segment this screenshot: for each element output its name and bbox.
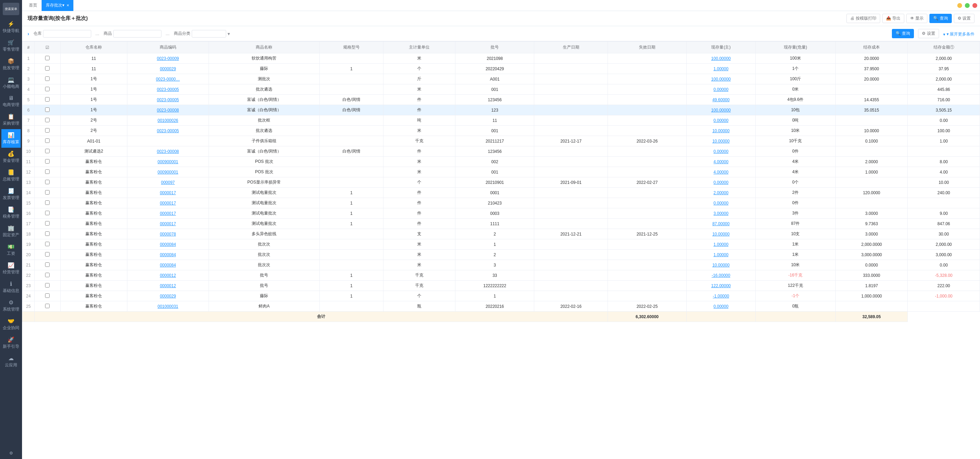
sidebar-item-总账管理[interactable]: 📒总账管理	[2, 166, 21, 185]
cell-check-24[interactable]	[35, 301, 60, 312]
row-checkbox-3[interactable]	[45, 87, 49, 91]
table-row[interactable]: 11赢客粉仓000900001POS 批次米0024.000004米2.0000…	[22, 157, 980, 167]
cell-check-8[interactable]	[35, 136, 60, 147]
table-row[interactable]: 18赢客粉仓0000078多头异色蚊线支22021-12-212021-12-2…	[22, 229, 980, 239]
table-row[interactable]: 82号0023-00005批次遴选米00110.0000010米10.00001…	[22, 126, 980, 136]
cell-check-15[interactable]	[35, 208, 60, 219]
row-checkbox-0[interactable]	[45, 56, 49, 60]
link-qty_main-2[interactable]: 100.00000	[711, 77, 731, 81]
link-code-1[interactable]: 0000029	[160, 67, 176, 71]
row-checkbox-5[interactable]	[45, 107, 49, 112]
cell-check-6[interactable]	[35, 115, 60, 126]
query-button[interactable]: 🔍 查询	[892, 29, 914, 38]
row-checkbox-15[interactable]	[45, 211, 49, 215]
sidebar-item-固定资产[interactable]: 🏢固定资产	[2, 222, 21, 241]
cell-check-11[interactable]	[35, 167, 60, 177]
col-header-check[interactable]: ☑	[35, 41, 60, 53]
window-close-button[interactable]	[972, 3, 977, 8]
window-maximize-button[interactable]	[965, 3, 970, 8]
action-button-2[interactable]: 👁 显示	[906, 14, 928, 23]
sidebar-item-经营管理[interactable]: 📈经营管理	[2, 259, 21, 278]
tab-0[interactable]: 首页	[25, 0, 41, 11]
link-code-0[interactable]: 0023-00009	[157, 56, 179, 61]
link-code-14[interactable]: 0000017	[160, 201, 176, 206]
table-row[interactable]: 21赢客粉仓0000084批次次米310.0000010米0.00000.00	[22, 260, 980, 270]
sidebar-item-零售管理[interactable]: 🛒零售管理	[2, 37, 21, 55]
link-code-7[interactable]: 0023-00005	[157, 128, 179, 133]
link-qty_main-17[interactable]: 10.00000	[712, 232, 729, 237]
row-checkbox-24[interactable]	[45, 304, 49, 308]
link-code-16[interactable]: 0000017	[160, 222, 176, 226]
cell-check-20[interactable]	[35, 260, 60, 270]
action-button-0[interactable]: 🖨 按模版打印	[846, 14, 880, 23]
cell-check-23[interactable]	[35, 291, 60, 301]
warehouse-input[interactable]	[43, 30, 91, 38]
row-checkbox-4[interactable]	[45, 97, 49, 102]
expand-conditions-button[interactable]: ▾ ▾ 展开更多条件	[943, 31, 975, 37]
cell-check-10[interactable]	[35, 157, 60, 167]
table-row[interactable]: 1110023-00009软饮通用枸苦米2021098100.00000100米…	[22, 53, 980, 64]
sidebar-item-税务管理[interactable]: 📑税务管理	[2, 204, 21, 222]
row-checkbox-11[interactable]	[45, 169, 49, 174]
table-row[interactable]: 31号0023-0000…测批次斤A001100.00000100斤20.000…	[22, 74, 980, 84]
link-code-9[interactable]: 0023-00008	[157, 149, 179, 154]
table-row[interactable]: 25赢客粉仓001000031鲜肉A瓶202202162022-02-16202…	[22, 301, 980, 312]
link-code-4[interactable]: 0023-00005	[157, 97, 179, 102]
link-code-3[interactable]: 0023-00005	[157, 87, 179, 92]
link-qty_main-21[interactable]: -16.00000	[711, 273, 730, 278]
link-code-15[interactable]: 0000017	[160, 211, 176, 216]
action-button-4[interactable]: ⚙ 设置	[954, 14, 975, 23]
sidebar-item-发票管理[interactable]: 🧾发票管理	[2, 185, 21, 204]
link-code-24[interactable]: 001000031	[158, 304, 178, 309]
table-container[interactable]: #☑仓库名称商品编码商品名称规格型号主计量单位批号生产日期失效日期现存量(主)现…	[22, 41, 980, 459]
sidebar-item-系统管理[interactable]: ⚙系统管理	[2, 296, 21, 315]
row-checkbox-14[interactable]	[45, 201, 49, 205]
row-checkbox-1[interactable]	[45, 66, 49, 70]
tab-close-1[interactable]: ✕	[67, 3, 69, 7]
row-checkbox-21[interactable]	[45, 273, 49, 277]
link-code-22[interactable]: 0000012	[160, 284, 176, 288]
row-checkbox-18[interactable]	[45, 242, 49, 246]
table-row[interactable]: 22赢客粉仓0000012批号1千克33-16.00000-16千克333.00…	[22, 270, 980, 280]
link-qty_main-23[interactable]: -1.00000	[713, 294, 729, 298]
row-checkbox-6[interactable]	[45, 118, 49, 122]
link-code-20[interactable]: 0000084	[160, 263, 176, 268]
cell-check-1[interactable]	[35, 64, 60, 74]
table-row[interactable]: 10测试遴选20023-00008富诚（白色/闵情）白色/闵情件1234560.…	[22, 147, 980, 157]
link-qty_main-9[interactable]: 0.00000	[714, 149, 729, 154]
link-code-23[interactable]: 0000029	[160, 294, 176, 298]
cell-check-16[interactable]	[35, 219, 60, 229]
category-dropdown-icon[interactable]: ▾	[228, 31, 230, 37]
sidebar-item-企业协同[interactable]: 🤝企业协同	[2, 315, 21, 334]
table-row[interactable]: 12赢客粉仓000900001POS 批次米0014.000004米1.0000…	[22, 167, 980, 177]
link-qty_main-6[interactable]: 0.00000	[714, 118, 729, 123]
sidebar-item-批发管理[interactable]: 📦批发管理	[2, 55, 21, 74]
row-checkbox-2[interactable]	[45, 76, 49, 81]
row-checkbox-9[interactable]	[45, 149, 49, 153]
cell-check-2[interactable]	[35, 74, 60, 84]
link-qty_main-0[interactable]: 100.00000	[711, 56, 731, 61]
link-qty_main-15[interactable]: 3.00000	[714, 211, 729, 216]
goods-input[interactable]	[113, 30, 161, 38]
sidebar-item-新手引导[interactable]: 🚀新手引导	[2, 334, 21, 352]
link-qty_main-1[interactable]: 1.00000	[714, 67, 729, 71]
category-input[interactable]	[192, 30, 226, 38]
link-qty_main-16[interactable]: 87.00000	[712, 222, 729, 226]
table-row[interactable]: 17赢客粉仓0000017测试电量批次1件111187.0000087件9.73…	[22, 219, 980, 229]
table-row[interactable]: 23赢客粉仓0000012批号1千克1222222222122.00000122…	[22, 280, 980, 291]
link-code-2[interactable]: 0023-0000…	[156, 77, 180, 81]
sidebar-item-工资[interactable]: 💵工资	[2, 241, 21, 259]
link-code-18[interactable]: 0000084	[160, 242, 176, 247]
action-button-3[interactable]: 🔍 查询	[929, 14, 951, 23]
table-row[interactable]: 61号0023-00008富诚（白色/闵情）白色/闵情件123100.00000…	[22, 105, 980, 115]
table-row[interactable]: 15赢客粉仓0000017测试电量批次1件2104230.000000件	[22, 198, 980, 208]
row-checkbox-10[interactable]	[45, 159, 49, 164]
link-qty_main-5[interactable]: 100.00000	[711, 108, 731, 113]
cell-check-13[interactable]	[35, 188, 60, 198]
link-qty_main-11[interactable]: 4.00000	[714, 170, 729, 175]
window-minimize-button[interactable]	[957, 3, 962, 8]
row-checkbox-20[interactable]	[45, 262, 49, 267]
cell-check-22[interactable]	[35, 280, 60, 291]
sidebar-item-电商管理[interactable]: 🖥电商管理	[2, 92, 21, 110]
link-qty_main-14[interactable]: 0.00000	[714, 201, 729, 206]
